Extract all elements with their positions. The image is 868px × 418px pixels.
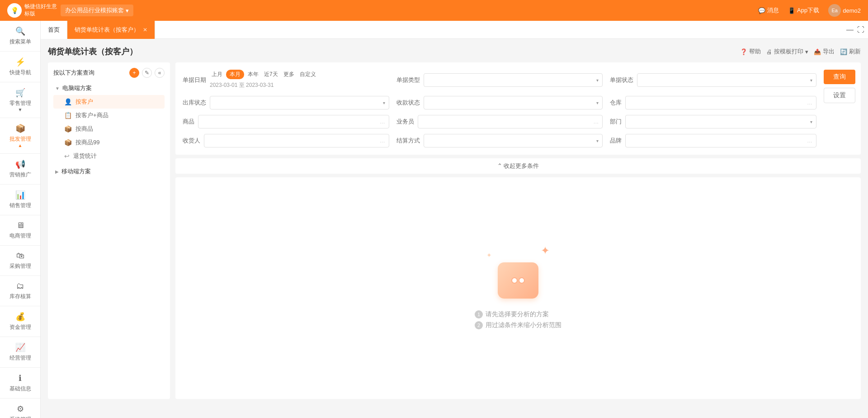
industry-select[interactable]: 办公用品行业模拟账套 ▾	[61, 5, 133, 16]
scheme-panel-actions: + ✎ «	[129, 68, 165, 78]
filter-container: 单据日期 上月 本月 本年 近7天 更多	[175, 62, 861, 155]
query-button[interactable]: 查询	[824, 70, 855, 84]
collapse-conditions-btn[interactable]: ⌃ 收起更多条件	[175, 158, 861, 174]
sidebar-item-retail[interactable]: 🛒 零售管理 ▼	[0, 82, 40, 118]
warehouse-control[interactable]: …	[625, 96, 816, 109]
type-arrow-icon: ▾	[596, 78, 599, 83]
date-quick-buttons: 上月 本月 本年 近7天 更多 自定义	[210, 70, 389, 79]
sidebar-item-finance[interactable]: 💰 资金管理	[0, 306, 40, 337]
sparkle-small-icon: ✦	[486, 252, 492, 259]
print-btn[interactable]: 🖨 按模板打印 ▾	[766, 48, 808, 56]
sidebar-item-sales[interactable]: 📊 销售管理	[0, 185, 40, 215]
operation-icon: 📈	[15, 342, 25, 352]
scheme-add-btn[interactable]: +	[129, 68, 139, 78]
sidebar-item-operation[interactable]: 📈 经营管理	[0, 337, 40, 368]
date-btn-custom[interactable]: 自定义	[298, 70, 318, 79]
tab-sales-report[interactable]: 销货单统计表（按客户） ✕	[67, 21, 155, 39]
date-btn-this-year[interactable]: 本年	[246, 70, 260, 79]
goods-icon: 📦	[64, 125, 72, 133]
receiver-dots: …	[380, 138, 385, 144]
filter-dept: 部门 ▾	[610, 115, 816, 128]
sidebar-item-marketing[interactable]: 📢 营销推广	[0, 154, 40, 185]
filter-date: 单据日期 上月 本月 本年 近7天 更多	[183, 70, 389, 90]
staff-control[interactable]: …	[418, 115, 603, 128]
sidebar-item-system[interactable]: ⚙ 系统管理	[0, 399, 40, 418]
filter-staff: 业务员 …	[396, 115, 603, 128]
message-action[interactable]: 💬 消息	[758, 6, 779, 14]
inventory-icon: 🗂	[16, 281, 24, 291]
help-btn[interactable]: ❓ 帮助	[740, 48, 761, 56]
filter-type: 单据类型 ▾	[396, 73, 603, 87]
date-btn-7days[interactable]: 近7天	[262, 70, 280, 79]
brand-control[interactable]: …	[625, 134, 816, 147]
scheme-item-returns[interactable]: ↩ 退货统计	[53, 149, 165, 163]
main-panel: 按以下方案查询 + ✎ «	[48, 62, 861, 399]
triangle-down-icon: ▼	[55, 86, 60, 91]
purchase-icon: 🛍	[16, 251, 24, 261]
app-icon: 📱	[788, 7, 795, 14]
date-btn-this-month[interactable]: 本月	[226, 70, 244, 79]
robot-body	[498, 262, 538, 299]
brand-dots: …	[807, 138, 812, 144]
finance-icon: 💰	[15, 312, 25, 322]
receiver-control[interactable]: …	[204, 134, 389, 147]
receipt-status-arrow-icon: ▾	[596, 100, 599, 105]
sidebar-item-purchase[interactable]: 🛍 采购管理	[0, 246, 40, 276]
tab-home[interactable]: 首页	[41, 21, 67, 39]
scheme-group-mobile-header[interactable]: ▶ 移动端方案	[53, 165, 165, 178]
logo-text: 畅捷信好生意 标版	[24, 3, 57, 17]
page-header: 销货单统计表（按客户） ❓ 帮助 🖨 按模板打印 ▾ 📤	[48, 46, 861, 57]
header-left: 💡 畅捷信好生意 标版 办公用品行业模拟账套 ▾	[7, 3, 133, 18]
sidebar-item-basic[interactable]: ℹ 基础信息	[0, 368, 40, 399]
scheme-collapse-btn[interactable]: «	[155, 68, 165, 78]
retail-icon: 🛒	[15, 88, 25, 98]
scheme-group-pc-header[interactable]: ▼ 电脑端方案	[53, 81, 165, 95]
chevron-up-icon: ▲	[18, 143, 23, 148]
dept-arrow-icon: ▾	[810, 119, 812, 124]
top-header: 💡 畅捷信好生意 标版 办公用品行业模拟账套 ▾ 💬 消息 📱 App下载	[0, 0, 868, 21]
print-icon: 🖨	[766, 48, 772, 55]
out-status-control[interactable]: ▾	[210, 96, 389, 109]
date-btn-last-month[interactable]: 上月	[210, 70, 224, 79]
quicknav-icon: ⚡	[15, 57, 25, 67]
status-control[interactable]: ▾	[637, 73, 816, 87]
settings-button[interactable]: 设置	[824, 88, 855, 103]
ecommerce-icon: 🖥	[16, 221, 24, 230]
scheme-edit-btn[interactable]: ✎	[142, 68, 152, 78]
refresh-btn[interactable]: 🔄 刷新	[840, 48, 861, 56]
tab-maximize-icon[interactable]: ⛶	[857, 26, 864, 34]
receipt-status-control[interactable]: ▾	[424, 96, 603, 109]
user-action[interactable]: Ea demo2	[828, 4, 861, 17]
tab-close-icon[interactable]: ✕	[143, 27, 147, 33]
customer-goods-icon: 📋	[64, 112, 72, 119]
sidebar-item-wholesale[interactable]: 📦 批发管理 ▲	[0, 118, 40, 154]
robot-right-eye	[519, 278, 524, 283]
warehouse-dots: …	[807, 100, 812, 106]
scheme-item-customer-goods[interactable]: 📋 按客户+商品	[53, 109, 165, 122]
date-btn-more[interactable]: 更多	[282, 70, 296, 79]
basic-icon: ℹ	[19, 373, 22, 383]
scheme-item-goods99[interactable]: 📦 按商品99	[53, 136, 165, 149]
export-btn[interactable]: 📤 导出	[814, 48, 835, 56]
sales-icon: 📊	[15, 190, 25, 200]
empty-tip-1: 1 请先选择要分析的方案	[475, 310, 561, 318]
filter-row-4: 收货人 … 结算方式	[183, 134, 816, 147]
type-control[interactable]: ▾	[424, 73, 603, 87]
sidebar-item-inventory[interactable]: 🗂 库存核算	[0, 276, 40, 306]
filter-out-status: 出库状态 ▾	[183, 96, 389, 109]
sidebar-item-search[interactable]: 🔍 搜索菜单	[0, 21, 40, 52]
goods-control[interactable]: …	[198, 115, 389, 128]
payment-control[interactable]: ▾	[424, 134, 603, 147]
app-download-action[interactable]: 📱 App下载	[788, 6, 819, 14]
dept-control[interactable]: ▾	[625, 115, 816, 128]
filter-row-1: 单据日期 上月 本月 本年 近7天 更多	[183, 70, 816, 90]
tab-minimize-icon[interactable]: —	[846, 26, 854, 34]
out-status-arrow-icon: ▾	[383, 100, 385, 105]
sidebar-item-quicknav[interactable]: ⚡ 快捷导航	[0, 52, 40, 82]
system-icon: ⚙	[17, 404, 24, 414]
scheme-item-by-customer[interactable]: 👤 按客户	[53, 95, 165, 109]
sidebar-item-ecommerce[interactable]: 🖥 电商管理	[0, 215, 40, 246]
scheme-item-by-goods[interactable]: 📦 按商品	[53, 122, 165, 136]
empty-state: ✦ ✦ 1 请先选择要分析的方案 2 用过滤条件来缩小分析范围	[175, 177, 861, 399]
sidebar: 🔍 搜索菜单 ⚡ 快捷导航 🛒 零售管理 ▼ 📦 批发管理 ▲ 📢 营销推广	[0, 21, 41, 418]
